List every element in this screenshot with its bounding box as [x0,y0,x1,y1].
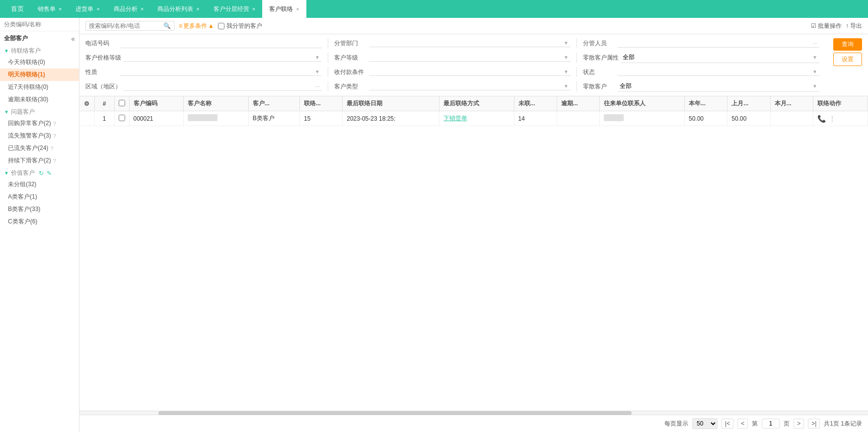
phone-input[interactable] [120,39,322,48]
sidebar-item-class-b[interactable]: B类客户(33) [0,203,79,216]
last-contact-method-link[interactable]: 下销货单 [443,115,467,122]
my-customers-checkbox[interactable] [218,23,224,29]
price-level-select[interactable]: ▼ [123,54,322,62]
retail-attr-select[interactable]: 全部 ▼ [621,52,819,63]
row-checkbox[interactable] [119,115,125,121]
bulk-op-btn[interactable]: ☑ 批量操作 [811,22,842,30]
sidebar-search-container: 🔍 [0,18,79,31]
payment-select[interactable]: ▼ [369,68,571,76]
close-goods-analysis-list-icon[interactable]: × [196,6,199,12]
refresh-icon[interactable]: ↻ [39,170,44,177]
value-triangle-icon: ▼ [4,170,9,176]
query-btn[interactable]: 查询 [833,38,862,51]
retail-customer-select[interactable]: 全部 ▼ [618,81,819,92]
sidebar-item-today-pending[interactable]: 今天待联络(0) [0,56,79,69]
reset-btn[interactable]: 设置 [833,53,862,66]
close-sales-icon[interactable]: × [59,6,62,12]
nav-customer-contact[interactable]: 客户联络 × [262,0,306,18]
contact-icon[interactable]: 📞 [817,115,826,123]
nature-select[interactable]: ▼ [120,68,322,76]
sidebar-item-ungrouped[interactable]: 未分组(32) [0,178,79,191]
col-settings-header[interactable]: ⚙ [79,96,94,111]
price-level-chevron-icon: ▼ [315,55,320,60]
collapse-icon[interactable]: « [71,35,75,43]
filter-bar: 🔍 ≡ 更多条件 ▲ 我分管的客户 ☑ 批量操作 ↑ 导出 [79,18,868,34]
help-icon-repurchase[interactable]: ? [53,121,56,127]
close-purchase-icon[interactable]: × [96,6,99,12]
help-icon-continuous-decline[interactable]: ? [53,158,56,164]
sidebar-item-lost[interactable]: 已流失客户(24) ? [0,142,79,154]
nav-sales[interactable]: 销售单 × [31,0,69,18]
filter-panel-actions: 查询 设置 [833,38,862,92]
sidebar-item-repurchase-abnormal[interactable]: 回购异常客户(2) ? [0,117,79,130]
nav-purchase[interactable]: 进货单 × [69,0,106,18]
row-last-contact-method-cell[interactable]: 下销货单 [439,111,514,126]
filter-icon: ≡ [179,22,182,29]
more-action-icon[interactable]: ⋮ [829,115,836,123]
payment-chevron-icon: ▼ [564,69,569,74]
more-conditions-btn[interactable]: ≡ 更多条件 ▲ [179,22,214,30]
last-page-btn[interactable]: >| [808,419,820,429]
person-select[interactable]: ··· [618,39,819,48]
next-page-btn[interactable]: > [794,419,804,429]
prev-page-btn[interactable]: < [737,419,748,429]
unit-contact-blurred [604,114,624,121]
customer-type-label: 客户类型 [334,82,369,91]
filter-price-level-field: 客户价格等级 ▼ [85,54,322,62]
filter-search-input[interactable] [89,22,163,29]
page-input[interactable] [762,419,780,429]
row-code-cell: 000021 [129,111,184,126]
nav-customer-tier[interactable]: 客户分层经营 × [207,0,262,18]
close-goods-analysis-icon[interactable]: × [141,6,144,12]
help-icon-lost[interactable]: ? [50,145,53,151]
person-more-icon: ··· [813,40,817,46]
problem-triangle-icon: ▼ [4,109,9,115]
row-this-year-cell: 50.00 [685,111,727,126]
dept-select[interactable]: ▼ [369,39,571,47]
filter-row-4: 区域（地区） ··· 客户类型 ▼ [85,81,819,92]
sidebar-item-class-a[interactable]: A类客户(1) [0,191,79,203]
col-last-contact-method-header: 最后联络方式 [439,96,514,111]
customer-type-chevron-icon: ▼ [564,83,569,89]
row-check-cell[interactable] [114,111,129,126]
status-select[interactable]: ▼ [618,68,819,76]
sidebar-item-week-pending[interactable]: 近7天待联络(0) [0,81,79,93]
select-all-checkbox[interactable] [119,100,125,106]
sidebar-item-tomorrow-pending[interactable]: 明天待联络(1) [0,69,79,81]
col-code-header: 客户编码 [129,96,184,111]
col-check-header[interactable] [114,96,129,111]
row-contacts-cell: 15 [299,111,342,126]
payment-label: 收付款条件 [334,68,369,76]
price-level-label: 客户价格等级 [85,54,123,62]
filter-person-field: 分管人员 ··· [583,39,819,48]
gear-icon[interactable]: ⚙ [84,100,89,107]
region-select[interactable]: ··· [123,82,322,91]
edit-value-icon[interactable]: ✎ [47,170,52,177]
sidebar-item-overdue-pending[interactable]: 逾期未联络(30) [0,93,79,106]
horizontal-scrollbar[interactable] [79,411,868,415]
scrollbar-thumb[interactable] [158,411,632,415]
row-num-cell: 1 [94,111,114,126]
filter-search-icon[interactable]: 🔍 [163,22,171,29]
col-this-year-header: 本年... [685,96,727,111]
col-customer-type-header: 客户... [248,96,299,111]
nav-goods-analysis[interactable]: 商品分析 × [107,0,150,18]
close-customer-contact-icon[interactable]: × [296,6,299,12]
nav-goods-analysis-list[interactable]: 商品分析列表 × [150,0,206,18]
per-page-select[interactable]: 50 100 200 [692,418,718,429]
close-customer-tier-icon[interactable]: × [252,6,255,12]
help-icon-lost-risk[interactable]: ? [53,133,56,139]
sidebar-item-lost-risk[interactable]: 流失预警客户(3) ? [0,130,79,142]
nav-home[interactable]: 首页 [4,0,31,18]
sidebar-item-class-c[interactable]: C类客户(6) [0,216,79,228]
first-page-btn[interactable]: |< [722,419,733,429]
sidebar-search-input[interactable] [4,21,78,28]
customer-type-select[interactable]: ▼ [369,82,571,90]
sidebar-item-continuous-decline[interactable]: 持续下滑客户(2) ? [0,154,79,167]
region-more-icon: ··· [315,83,320,89]
advanced-filter-panel: 电话号码 分管部门 ▼ 分管人员 [79,34,868,96]
filter-dept-field: 分管部门 ▼ [334,39,571,48]
customer-level-select[interactable]: ▼ [369,54,571,62]
export-btn[interactable]: ↑ 导出 [846,22,862,30]
my-customers-checkbox-label[interactable]: 我分管的客户 [218,22,262,30]
